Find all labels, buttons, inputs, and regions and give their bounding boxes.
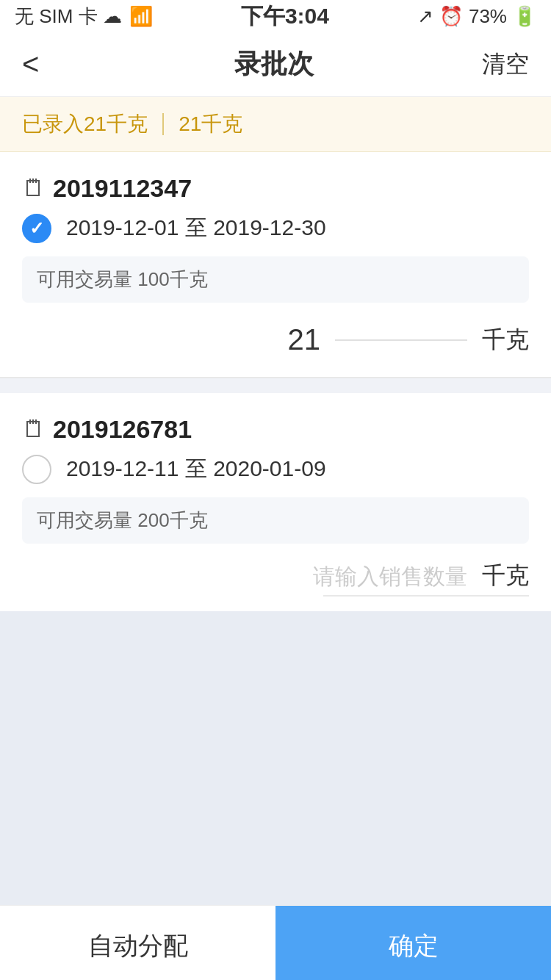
background-fill (0, 611, 551, 905)
batch2-icon: 🗒 (22, 416, 46, 443)
batch2-qty-unit: 千克 (482, 560, 529, 592)
batch2-id: 2019126781 (53, 415, 192, 444)
batch1-qty-value: 21 (288, 323, 321, 356)
clear-button[interactable]: 清空 (482, 48, 529, 81)
batch2-available: 可用交易量 200千克 (22, 497, 529, 544)
batch2-qty-row: 千克 (0, 544, 551, 592)
alarm-icon: ⏰ (439, 5, 463, 28)
batch1-available: 可用交易量 100千克 (22, 256, 529, 303)
location-icon: ↗ (417, 5, 433, 28)
sim-label: 无 SIM 卡 ☁ (15, 4, 122, 29)
battery-icon: 🔋 (513, 5, 536, 28)
status-bar: 无 SIM 卡 ☁ 📶 下午3:04 ↗ ⏰ 73% 🔋 (0, 0, 551, 32)
status-time: 下午3:04 (241, 1, 329, 32)
nav-bar: < 录批次 清空 (0, 32, 551, 97)
batch1-date: 2019-12-01 至 2019-12-30 (66, 213, 326, 243)
status-left: 无 SIM 卡 ☁ 📶 (15, 4, 153, 29)
batch2-radio[interactable] (22, 455, 51, 484)
count-label: 21千克 (179, 110, 242, 138)
batch2-qty-input[interactable] (173, 563, 467, 590)
batch1-qty-unit: 千克 (482, 324, 529, 356)
batch1-radio[interactable] (22, 214, 51, 243)
batch2-row2[interactable]: 2019-12-11 至 2020-01-09 (22, 454, 529, 484)
wifi-icon: 📶 (129, 5, 153, 28)
batch1-qty-row: 21 千克 (0, 303, 551, 378)
page-title: 录批次 (234, 46, 314, 82)
batch1-icon: 🗒 (22, 175, 46, 202)
recorded-label: 已录入21千克 (22, 110, 148, 138)
batch1-header: 🗒 2019112347 (22, 174, 529, 203)
batch2-date: 2019-12-11 至 2020-01-09 (66, 454, 326, 484)
info-banner: 已录入21千克 21千克 (0, 97, 551, 152)
batch2-header: 🗒 2019126781 (22, 415, 529, 444)
battery-label: 73% (469, 5, 507, 28)
auto-distribute-button[interactable]: 自动分配 (0, 906, 276, 980)
back-button[interactable]: < (22, 48, 66, 81)
batch1-card: 🗒 2019112347 2019-12-01 至 2019-12-30 可用交… (0, 152, 551, 303)
status-right: ↗ ⏰ 73% 🔋 (417, 5, 536, 28)
batch1-id: 2019112347 (53, 174, 192, 203)
batch1-row2[interactable]: 2019-12-01 至 2019-12-30 (22, 213, 529, 243)
section-separator (0, 378, 551, 393)
bottom-bar: 自动分配 确定 (0, 905, 551, 980)
batch2-card: 🗒 2019126781 2019-12-11 至 2020-01-09 可用交… (0, 393, 551, 544)
batch2-input-underline (0, 592, 551, 611)
banner-divider (162, 113, 164, 135)
confirm-button[interactable]: 确定 (276, 906, 551, 980)
